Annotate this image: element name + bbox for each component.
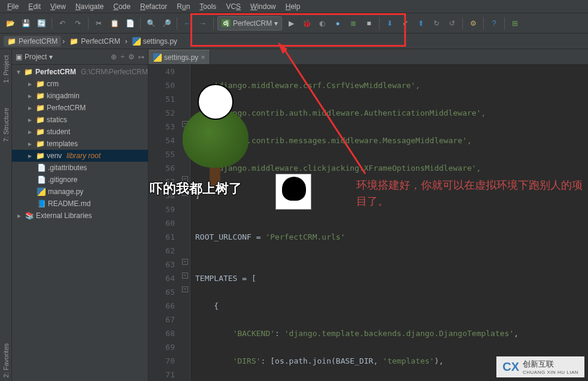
folder-icon: 📁: [36, 92, 44, 100]
sync-icon[interactable]: 🔄: [35, 17, 48, 30]
tree-root[interactable]: ▾ 📁 PerfectCRM G:\CRM\PerfectCRM: [12, 66, 148, 78]
folder-icon: 📁: [36, 128, 44, 136]
left-tool-gutter: 1: Project 7: Structure 2: Favorites: [0, 49, 12, 381]
breadcrumb-folder[interactable]: 📁 PerfectCRM: [66, 36, 123, 47]
expand-icon[interactable]: ▸: [26, 152, 34, 160]
chevron-down-icon[interactable]: ▾: [49, 53, 53, 61]
menu-refactor[interactable]: Refactor: [135, 1, 172, 12]
project-panel: ▣ Project ▾ ⊕ ÷ ⚙ ↦ ▾ 📁 PerfectCRM G:\CR…: [12, 49, 148, 381]
forward-icon[interactable]: →: [196, 17, 210, 30]
breadcrumb-root[interactable]: 📁 PerfectCRM: [4, 36, 61, 47]
django-badge-icon: dj: [222, 19, 231, 27]
menu-bar: File Edit View Navigate Code Refactor Ru…: [0, 0, 588, 13]
folder-icon: 📁: [36, 80, 44, 88]
tree-folder-statics[interactable]: ▸ 📁 statics: [12, 114, 148, 126]
close-tab-icon[interactable]: ×: [201, 53, 205, 62]
menu-view[interactable]: View: [46, 1, 71, 12]
tree-folder-venv[interactable]: ▸ 📁 venv library root: [12, 150, 148, 162]
stop-button[interactable]: ■: [362, 17, 375, 30]
menu-tools[interactable]: Tools: [195, 1, 221, 12]
expand-icon[interactable]: ▸: [16, 211, 23, 220]
expand-icon[interactable]: ▸: [26, 116, 34, 124]
menu-code[interactable]: Code: [108, 1, 135, 12]
panda-head-icon: [198, 84, 234, 120]
collapse-all-icon[interactable]: ⊕: [111, 53, 117, 61]
save-all-icon[interactable]: 💾: [19, 17, 32, 30]
expand-icon[interactable]: ▸: [26, 92, 34, 100]
redo-icon[interactable]: ↷: [71, 17, 84, 30]
favorites-tool-tab[interactable]: 2: Favorites: [1, 340, 11, 381]
menu-vcs[interactable]: VCS: [221, 1, 245, 12]
tree-file-gitignore[interactable]: 📄 .gitignore: [12, 174, 148, 186]
copy-icon[interactable]: 📋: [108, 17, 121, 30]
python-file-icon: [37, 188, 46, 196]
library-folder-icon: 📁: [36, 152, 44, 160]
python-file-icon: [153, 53, 162, 62]
expand-icon[interactable]: ▸: [26, 80, 34, 88]
tree-external-libs[interactable]: ▸ 📚 External Libraries: [12, 210, 148, 222]
tree-folder-student[interactable]: ▸ 📁 student: [12, 126, 148, 138]
meme-caption: 吓的我都上树了: [150, 180, 242, 198]
menu-file[interactable]: File: [2, 1, 23, 12]
replace-icon[interactable]: 🔎: [160, 17, 173, 30]
hide-icon[interactable]: ↦: [138, 53, 144, 61]
structure-tool-tab[interactable]: 7: Structure: [1, 104, 11, 146]
tree-file-manage[interactable]: manage.py: [12, 186, 148, 198]
profile-button[interactable]: ●: [331, 17, 344, 30]
fold-marker-icon[interactable]: −: [182, 259, 188, 265]
run-button[interactable]: ▶: [284, 17, 298, 30]
tree-folder-perfectcrm[interactable]: ▸ 📁 PerfectCRM: [12, 102, 148, 114]
menu-edit[interactable]: Edit: [23, 1, 46, 12]
chevron-right-icon: ›: [62, 37, 65, 46]
menu-window[interactable]: Window: [245, 1, 281, 12]
project-panel-header: ▣ Project ▾ ⊕ ÷ ⚙ ↦: [12, 49, 148, 65]
breadcrumb-file[interactable]: settings.py: [129, 36, 181, 47]
markdown-file-icon: 📘: [37, 199, 46, 208]
coverage-button[interactable]: ◐: [316, 17, 329, 30]
folder-icon: 📁: [36, 104, 44, 112]
open-icon[interactable]: 📂: [4, 17, 17, 30]
paste-icon[interactable]: 📄: [123, 17, 137, 30]
vcs-revert-icon[interactable]: ↺: [445, 17, 459, 30]
chevron-right-icon: ›: [125, 37, 128, 46]
python-file-icon: [132, 37, 141, 46]
expand-icon[interactable]: ▸: [26, 140, 34, 148]
menu-navigate[interactable]: Navigate: [71, 1, 108, 12]
tree-file-gitattributes[interactable]: 📄 .gitattributes: [12, 162, 148, 174]
expand-icon[interactable]: ▸: [26, 104, 34, 112]
cut-icon[interactable]: ✂: [92, 17, 105, 30]
tree-file-readme[interactable]: 📘 README.md: [12, 198, 148, 210]
undo-icon[interactable]: ↶: [56, 17, 69, 30]
scroll-from-source-icon[interactable]: ÷: [120, 53, 125, 61]
expand-icon[interactable]: ▾: [16, 68, 22, 76]
vcs-history-icon[interactable]: ↻: [430, 17, 443, 30]
project-tool-tab[interactable]: 1: Project: [1, 52, 11, 86]
text-file-icon: 📄: [37, 176, 46, 184]
expand-icon[interactable]: ▸: [26, 128, 34, 136]
run-configuration-selector[interactable]: dj PerfectCRM ▾: [217, 16, 282, 31]
vcs-push-icon[interactable]: ⬆: [414, 17, 428, 30]
menu-help[interactable]: Help: [281, 1, 305, 12]
gear-icon[interactable]: ⚙: [128, 53, 135, 61]
fold-marker-icon[interactable]: −: [182, 273, 188, 279]
structure-icon[interactable]: ⊞: [508, 17, 522, 30]
menu-run[interactable]: Run: [172, 1, 195, 12]
meme-sticker-tree: 吓的我都上树了: [180, 102, 251, 186]
help-icon[interactable]: ?: [487, 17, 501, 30]
back-icon[interactable]: ←: [181, 17, 194, 30]
concurrency-button[interactable]: ≣: [347, 17, 360, 30]
find-icon[interactable]: 🔍: [144, 17, 157, 30]
tree-folder-templates[interactable]: ▸ 📁 templates: [12, 138, 148, 150]
vcs-update-icon[interactable]: ⬇: [383, 17, 396, 30]
editor-tab-settings[interactable]: settings.py ×: [148, 50, 210, 64]
fold-marker-icon[interactable]: −: [182, 286, 188, 292]
toolbar: 📂 💾 🔄 ↶ ↷ ✂ 📋 📄 🔍 🔎 ← → dj PerfectCRM ▾ …: [0, 13, 588, 34]
tree-folder-kingadmin[interactable]: ▸ 📁 kingadmin: [12, 90, 148, 102]
vcs-commit-icon[interactable]: ✔: [399, 17, 412, 30]
folder-icon: 📁: [69, 37, 78, 46]
project-tree: ▾ 📁 PerfectCRM G:\CRM\PerfectCRM ▸ 📁 crm…: [12, 65, 148, 381]
debug-button[interactable]: 🐞: [300, 17, 313, 30]
settings-icon[interactable]: ⚙: [466, 17, 480, 30]
templates-folder-icon: 📁: [36, 140, 44, 148]
tree-folder-crm[interactable]: ▸ 📁 crm: [12, 78, 148, 90]
